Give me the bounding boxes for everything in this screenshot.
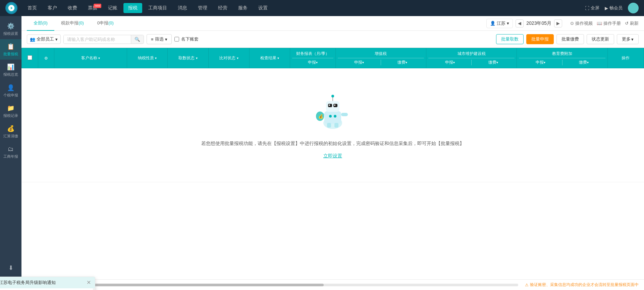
th-tax-nature: 纳税性质 ▾: [127, 48, 168, 68]
batch-declare-button[interactable]: 批量申报: [526, 34, 554, 44]
user-avatar[interactable]: [628, 3, 639, 13]
sidebar-item-settlement[interactable]: 💰 汇算清缴: [0, 121, 21, 142]
sidebar-item-annual-report[interactable]: 🗂 工商年报: [0, 142, 21, 162]
notification-title: 江苏电子税务局升级影响通知: [0, 280, 56, 286]
sub-account-checkbox-label[interactable]: 名下账套: [174, 36, 199, 42]
download-icon: ⬇: [7, 264, 15, 272]
sub-tabs-bar: 全部 (0) 税款申报 (0) 0申报 (0) 👤 江苏 ▾ ◀ 2023年05: [21, 16, 644, 31]
scroll-track[interactable]: [32, 284, 518, 286]
filter-icon-tax-nature[interactable]: ▾: [155, 56, 157, 60]
tab-all[interactable]: 全部 (0): [27, 16, 54, 31]
dropdown-icon: ▾: [55, 37, 58, 42]
action-refresh[interactable]: ↺ 刷新: [625, 20, 639, 26]
batch-fetch-button[interactable]: 批量取数: [496, 34, 524, 44]
refresh-icon: ↺: [625, 21, 629, 26]
notification-close-button[interactable]: ✕: [87, 280, 91, 285]
nav-tax[interactable]: 报税: [123, 3, 142, 13]
tab-tax-declare[interactable]: 税款申报 (0): [54, 16, 91, 31]
empty-state-message: 若您想使用批量报税功能，请先在【报税设置】中进行报税的初始化设置，完成密码验证和…: [201, 139, 464, 148]
sidebar-label-tax-records: 报税记录: [3, 114, 18, 118]
prev-month-button[interactable]: ◀: [516, 19, 524, 27]
svg-rect-4: [333, 104, 337, 107]
data-table: ⚙ 客户名称 ▾ 纳税性质 ▾ 取数状态 ▾: [21, 48, 644, 182]
filter-icon: ≡: [151, 37, 154, 42]
filter-icon-vat-declare[interactable]: ▾: [362, 61, 364, 64]
nav-message[interactable]: 消息: [173, 3, 192, 13]
top-navigation: 首页 客户 收费 票据 new 记账 报税 工商项目 消息 管理 经营 服务 设…: [0, 0, 644, 16]
filter-icon-fin[interactable]: ▾: [316, 61, 318, 64]
nav-invoice[interactable]: 票据 new: [83, 3, 102, 13]
tax-records-icon: 📁: [7, 104, 15, 112]
sub-account-checkbox[interactable]: [174, 37, 179, 42]
sidebar-label-batch-tax: 批量报税: [3, 52, 18, 56]
filter-icon-check[interactable]: ▾: [277, 56, 279, 60]
manual-icon: 📖: [597, 21, 602, 26]
filter-icon-compare[interactable]: ▾: [237, 56, 238, 60]
filter-icon-vat-pay[interactable]: ▾: [406, 61, 407, 64]
sidebar-item-tax-settings[interactable]: ⚙️ 报税设置: [0, 19, 21, 39]
nav-service[interactable]: 服务: [233, 3, 252, 13]
select-all-checkbox[interactable]: [28, 55, 32, 60]
notification-body: 尊敬的用户: 受当前电子税务局进一步升级的影响，同一个政务网账号（办税人）名下的…: [0, 288, 95, 290]
next-month-button[interactable]: ▶: [554, 19, 562, 27]
filter-icon-city-pay[interactable]: ▾: [496, 61, 498, 64]
th-city-tax: 城市维护建设税 申报▾ 缴费▾: [426, 48, 517, 68]
sidebar-item-batch-tax[interactable]: 📋 批量报税: [0, 39, 21, 60]
sub-tab-mid: 👤 江苏 ▾ ◀ 2023年05月 ▶: [486, 19, 562, 28]
search-input[interactable]: [64, 35, 131, 44]
empty-state: 💰 若您想使用批量报税功能，请先在【报税设: [24, 71, 642, 179]
more-chevron-icon: ▾: [631, 37, 634, 42]
more-button[interactable]: 更多 ▾: [617, 34, 639, 44]
filter-icon-customer[interactable]: ▾: [98, 56, 100, 60]
nav-accounting[interactable]: 记账: [103, 3, 122, 13]
nav-menu: 首页 客户 收费 票据 new 记账 报税 工商项目 消息 管理 经营 服务 设…: [23, 3, 585, 13]
th-vat: 增值税 申报▾ 缴费▾: [335, 48, 426, 68]
sidebar-item-tax-records[interactable]: 📁 报税记录: [0, 101, 21, 121]
nav-settings[interactable]: 设置: [254, 3, 272, 13]
fullscreen-button[interactable]: ⛶ 全屏: [585, 5, 599, 11]
annual-report-icon: 🗂: [7, 145, 15, 153]
sidebar-label-tax-overview: 报税总览: [3, 72, 18, 77]
tab-zero-declare[interactable]: 0申报 (0): [91, 16, 120, 31]
table-container: ⚙ 客户名称 ▾ 纳税性质 ▾ 取数状态 ▾: [21, 48, 644, 279]
sub-tab-right-actions: ⊙ 操作视频 📖 操作手册 ↺ 刷新: [570, 20, 639, 26]
filter-icon-fetch[interactable]: ▾: [196, 56, 198, 60]
filter-button[interactable]: ≡ 筛选 ▾: [147, 34, 172, 44]
th-settings: ⚙: [38, 48, 54, 68]
nav-manage[interactable]: 管理: [193, 3, 212, 13]
svg-rect-2: [326, 101, 339, 112]
notification-popup: 江苏电子税务局升级影响通知 ✕ 尊敬的用户: 受当前电子税务局进一步升级的影响，…: [0, 277, 95, 290]
th-compare-status: 比对状态 ▾: [209, 48, 250, 68]
sidebar-item-personal-tax[interactable]: 👤 个税申报: [0, 80, 21, 101]
batch-pay-button[interactable]: 批量缴费: [556, 34, 584, 44]
nav-operation[interactable]: 经营: [213, 3, 232, 13]
th-customer-name: 客户名称 ▾: [54, 48, 127, 68]
filter-icon-city-declare[interactable]: ▾: [453, 61, 455, 64]
setup-link[interactable]: 立即设置: [323, 153, 342, 159]
filter-chevron-icon: ▾: [165, 37, 167, 42]
nav-billing[interactable]: 收费: [63, 3, 82, 13]
member-button[interactable]: ▶ 畅会员: [605, 5, 623, 11]
nav-customer[interactable]: 客户: [43, 3, 62, 13]
settings-icon[interactable]: ⚙: [44, 56, 48, 61]
status-update-button[interactable]: 状态更新: [587, 34, 614, 44]
employee-filter[interactable]: 👥 全部员工 ▾: [27, 34, 61, 44]
month-navigator: ◀ 2023年05月 ▶: [516, 19, 562, 27]
warning-icon: ⚠: [525, 283, 529, 287]
action-video[interactable]: ⊙ 操作视频: [570, 20, 593, 26]
sidebar-label-settlement: 汇算清缴: [3, 134, 18, 138]
province-selector[interactable]: 👤 江苏 ▾: [486, 19, 513, 28]
notification-scrollbar[interactable]: [93, 288, 95, 290]
filter-icon-edu-declare[interactable]: ▾: [544, 61, 545, 64]
nav-home[interactable]: 首页: [23, 3, 42, 13]
search-button[interactable]: 🔍: [131, 35, 144, 44]
nav-business[interactable]: 工商项目: [144, 3, 172, 13]
svg-rect-5: [329, 104, 330, 106]
notification-body-wrapper: 尊敬的用户: 受当前电子税务局进一步升级的影响，同一个政务网账号（办税人）名下的…: [0, 288, 95, 290]
sidebar-item-tax-overview[interactable]: 📊 报税总览: [0, 60, 21, 80]
svg-point-14: [334, 115, 336, 118]
filter-icon-edu-pay[interactable]: ▾: [587, 61, 589, 64]
chevron-down-icon: ▾: [507, 21, 509, 26]
sidebar-item-download[interactable]: ⬇: [0, 261, 21, 275]
action-manual[interactable]: 📖 操作手册: [597, 20, 621, 26]
